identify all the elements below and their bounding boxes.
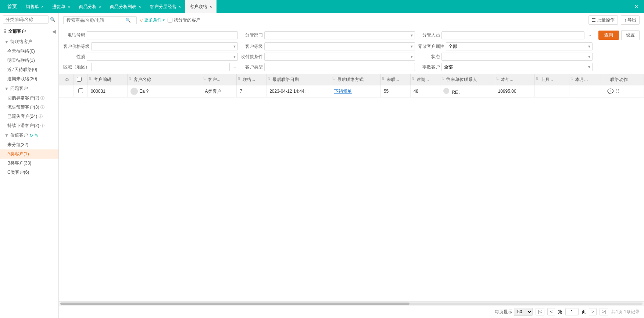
filter-more-btn[interactable]: ▽ 更多条件 ▾ bbox=[140, 17, 165, 23]
filter-field-price-level: 客户价格等级 ▾ bbox=[63, 42, 238, 50]
last-page-btn[interactable]: >| bbox=[600, 308, 608, 315]
query-btn[interactable]: 查询 bbox=[598, 31, 619, 40]
prev-page-btn[interactable]: < bbox=[547, 308, 555, 315]
phone-input[interactable] bbox=[87, 31, 238, 39]
filter-row-3: 性质 ▾ 收付款条件 ▾ 状态 bbox=[63, 53, 640, 61]
filter-my-customer[interactable]: 我分管的客户 bbox=[168, 17, 200, 23]
customer-level-select[interactable] bbox=[264, 42, 415, 50]
per-page-select[interactable]: 50 100 bbox=[514, 308, 533, 316]
col-type: ⇅ 客户... bbox=[202, 74, 237, 85]
export-icon: ↑ bbox=[624, 18, 626, 23]
sort-icon-last-way: ⇅ bbox=[332, 77, 335, 81]
sidebar-item-churn-warning[interactable]: 流失预警客户(3) ⓘ bbox=[0, 103, 58, 112]
last-contact-way-link[interactable]: 下销货单 bbox=[334, 89, 352, 94]
customer-type-input[interactable] bbox=[264, 63, 415, 71]
customer-avatar bbox=[130, 88, 138, 95]
close-tab-analysis-list[interactable]: × bbox=[139, 4, 141, 9]
row-this-year-cell: 10995.00 bbox=[495, 85, 534, 98]
chat-icon[interactable]: 💬 bbox=[607, 88, 613, 94]
horizontal-scrollbar[interactable] bbox=[59, 301, 644, 305]
manager-input[interactable] bbox=[441, 31, 584, 39]
price-level-select[interactable] bbox=[91, 42, 238, 50]
close-tab-customer-contact[interactable]: × bbox=[210, 4, 212, 9]
customer-table: ⚙ ⇅ 客户编码 ⇅ 客户名称 bbox=[59, 74, 644, 98]
region-more-icon[interactable]: ··· bbox=[231, 64, 238, 70]
sidebar-item-c-class[interactable]: C类客户(6) bbox=[0, 168, 58, 177]
row-checkbox[interactable] bbox=[78, 88, 83, 93]
filter-field-retail: 零散客户 全部 ▾ bbox=[418, 63, 593, 71]
col-actions: 联络动作 bbox=[604, 74, 644, 85]
payment-select[interactable] bbox=[264, 53, 415, 61]
scrollbar-thumb[interactable] bbox=[60, 303, 409, 305]
sidebar: 🔍 ⠿ 全部客户 ◀ ▼ 待联络客户 今天待联络(0) 明天待联络(1) 近7天… bbox=[0, 13, 59, 318]
refresh-icon[interactable]: ↻ bbox=[29, 133, 33, 138]
sidebar-item-declining[interactable]: 持续下滑客户(2) ⓘ bbox=[0, 121, 58, 130]
batch-op-btn[interactable]: ☰ 批量操作 bbox=[588, 15, 618, 25]
nav-tab-customer-contact[interactable]: 客户联络 × bbox=[185, 0, 216, 13]
first-page-btn[interactable]: |< bbox=[536, 308, 544, 315]
export-btn[interactable]: ↑ 导出 bbox=[621, 15, 640, 25]
sidebar-item-7days[interactable]: 近7天待联络(0) bbox=[0, 65, 58, 74]
col-this-year: ⇅ 本年... bbox=[495, 74, 534, 85]
row-action-btns: 💬 ⠿ bbox=[607, 88, 641, 94]
gear-icon[interactable]: ⚙ bbox=[62, 77, 72, 82]
filter-field-region: 区域（地区） ··· bbox=[63, 63, 238, 71]
next-page-btn[interactable]: > bbox=[589, 308, 597, 315]
close-tab-customer-segment[interactable]: × bbox=[179, 4, 181, 9]
filter-field-customer-level: 客户等级 ▾ bbox=[241, 42, 415, 50]
nav-tab-customer-segment[interactable]: 客户分层经营 × bbox=[146, 0, 185, 13]
sidebar-item-churned[interactable]: 已流失客户(24) ⓘ bbox=[0, 112, 58, 121]
retail-select[interactable]: 全部 bbox=[441, 63, 593, 71]
nature-select[interactable] bbox=[87, 53, 238, 61]
close-tab-sales[interactable]: × bbox=[41, 4, 43, 9]
sidebar-search-input[interactable] bbox=[3, 15, 49, 24]
sidebar-all-customers[interactable]: ⠿ 全部客户 ◀ bbox=[0, 26, 58, 37]
nav-tab-analysis-list[interactable]: 商品分析列表 × bbox=[105, 0, 145, 13]
sort-icon-type: ⇅ bbox=[203, 77, 206, 81]
row-code-cell: 000031 bbox=[87, 85, 127, 98]
sort-icon-code: ⇅ bbox=[89, 77, 92, 81]
settings-btn[interactable]: 设置 bbox=[621, 30, 640, 40]
sidebar-item-unclassified[interactable]: 未分组(32) bbox=[0, 140, 58, 149]
edit-icon-value[interactable]: ✎ bbox=[35, 133, 38, 138]
sidebar-item-b-class[interactable]: B类客户(33) bbox=[0, 159, 58, 168]
nav-tab-sales[interactable]: 销售单 × bbox=[21, 0, 48, 13]
close-tab-analysis[interactable]: × bbox=[99, 4, 101, 9]
sidebar-item-tomorrow[interactable]: 明天待联络(1) bbox=[0, 56, 58, 65]
sidebar-item-abnormal[interactable]: 回购异常客户(2) ⓘ bbox=[0, 93, 58, 103]
sidebar-item-today[interactable]: 今天待联络(0) bbox=[0, 47, 58, 56]
sidebar-item-a-class[interactable]: A类客户(1) bbox=[0, 149, 58, 159]
page-input[interactable] bbox=[565, 308, 579, 315]
region-input[interactable] bbox=[91, 63, 230, 71]
nav-tab-purchase[interactable]: 进货单 × bbox=[48, 0, 74, 13]
nav-home[interactable]: 首页 bbox=[3, 3, 21, 10]
manager-more-icon[interactable]: ··· bbox=[586, 33, 593, 38]
close-tab-purchase[interactable]: × bbox=[68, 4, 70, 9]
col-name: ⇅ 客户名称 bbox=[127, 74, 202, 85]
sidebar-search-icon[interactable]: 🔍 bbox=[50, 17, 56, 22]
my-customer-checkbox[interactable] bbox=[168, 18, 172, 22]
scrollbar-track bbox=[60, 303, 643, 305]
dept-select[interactable] bbox=[264, 31, 415, 39]
sort-icon-overdue: ⇅ bbox=[411, 77, 414, 81]
sidebar-item-overdue[interactable]: 逾期未联络(30) bbox=[0, 74, 58, 84]
row-overdue-cell: 48 bbox=[410, 85, 440, 98]
qr-icon[interactable]: ⠿ bbox=[616, 88, 619, 94]
row-name-cell: Ea ? bbox=[127, 85, 202, 98]
sort-icon-no-contact: ⇅ bbox=[382, 77, 384, 81]
col-last-month: ⇅ 上月... bbox=[534, 74, 569, 85]
retail-attr-select[interactable]: 全部 bbox=[446, 42, 593, 50]
per-page-area: 每页显示 50 100 bbox=[495, 308, 533, 316]
nav-tab-analysis[interactable]: 商品分析 × bbox=[75, 0, 105, 13]
filter-search-icon[interactable]: 🔍 bbox=[125, 18, 131, 23]
status-select[interactable] bbox=[441, 53, 593, 61]
sidebar-collapse-btn[interactable]: ◀ bbox=[52, 29, 56, 34]
filter-search-input[interactable] bbox=[67, 18, 125, 23]
filter-bar: 🔍 ▽ 更多条件 ▾ 我分管的客户 ☰ 批量操作 ↑ 导出 bbox=[59, 13, 644, 27]
table-row: 000031 Ea ? A类客户 bbox=[59, 85, 644, 98]
col-checkbox bbox=[74, 74, 88, 85]
sidebar-group-value: ▼ 价值客户 ↻ ✎ bbox=[0, 130, 58, 140]
pagination: 每页显示 50 100 |< < 第 页 > >| 共1页 1条记录 bbox=[59, 305, 644, 318]
window-close-btn[interactable]: × bbox=[632, 3, 641, 10]
select-all-checkbox[interactable] bbox=[77, 77, 82, 82]
